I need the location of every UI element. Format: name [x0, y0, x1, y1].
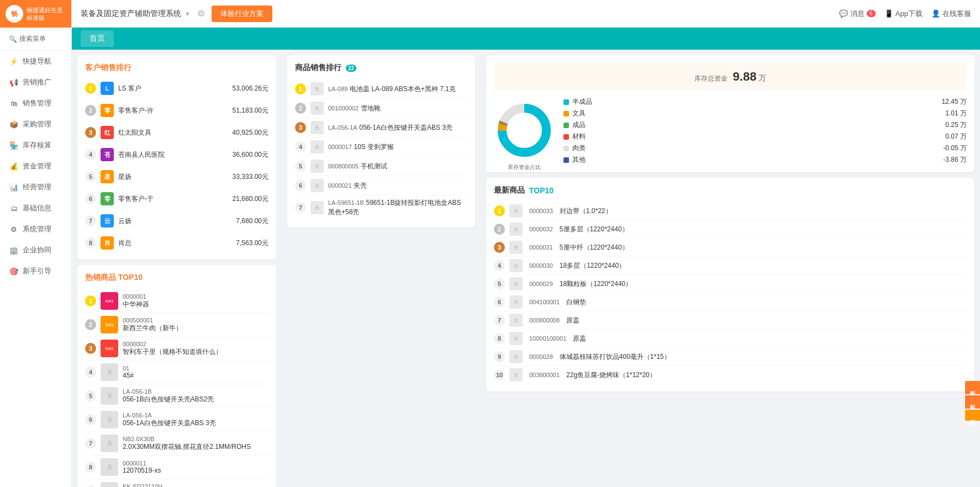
rank-name: LS 客户: [118, 84, 228, 93]
legend-item: 半成品 12.45 万: [563, 97, 967, 107]
page-tab-bar: 首页: [72, 28, 980, 50]
sales-product-image: 无: [310, 121, 324, 134]
new-product-name: 22g鱼豆腐-烧烤味（1*12*20）: [566, 370, 967, 380]
product-image: IMG: [101, 292, 118, 310]
legend-name: 肉类: [572, 144, 940, 153]
sales-rank-list: 1 无 LA-089 电池盖 LA-089 ABS本色+黑种 7.1克 2 无 …: [295, 80, 467, 220]
sales-product-code: 001000002: [328, 105, 359, 112]
rank-number: 1: [85, 83, 96, 94]
legend-name: 文具: [572, 109, 942, 118]
sales-rank-item: 4 无 0000017 10S 变刹罗猴: [295, 137, 467, 157]
hot-product-item: 6 无 LA-056-1A 056-1A白色按键开关盖ABS 3壳: [85, 408, 268, 432]
new-product-image: 无: [509, 368, 523, 382]
rank-amount: 51,183.00元: [233, 106, 268, 115]
new-product-image: 无: [509, 204, 523, 218]
rank-avatar: 星: [101, 170, 114, 183]
product-name: 中华神器: [123, 300, 268, 309]
new-product-item: 5 无 0000029 18颗粒板（1220*2440）: [494, 275, 967, 293]
sales-rank-number: 1: [295, 83, 306, 94]
service-icon: 👤: [931, 9, 940, 18]
sidebar-item-quick-nav[interactable]: ⚡快捷导航: [0, 51, 71, 72]
new-product-name: 18颗粒板（1220*2440）: [560, 279, 967, 289]
legend-value: 0.25 万: [945, 120, 967, 130]
nav-label: 经营管理: [23, 182, 51, 192]
sidebar-item-system[interactable]: ⚙系统管理: [0, 219, 71, 240]
new-product-name: 封边带（1.0*22）: [560, 207, 967, 216]
message-icon: 💬: [839, 9, 848, 18]
sidebar-item-sales[interactable]: 🛍销售管理: [0, 93, 71, 114]
tab-home[interactable]: 首页: [81, 30, 114, 47]
hot-rank-number: 4: [85, 367, 96, 378]
sidebar-item-purchase[interactable]: 📦采购管理: [0, 114, 71, 135]
settings-icon[interactable]: ⚙: [197, 8, 205, 19]
customer-service-btn[interactable]: 客服热线: [965, 381, 980, 394]
rank-item: 7 云 云扬 7,680.00元: [85, 212, 268, 230]
community-btn[interactable]: 服务社区: [965, 395, 980, 409]
rank-avatar: L: [101, 82, 114, 95]
sidebar-item-inventory[interactable]: 🏪库存核算: [0, 135, 71, 156]
new-product-image: 无: [509, 277, 523, 290]
nav-icon: 📢: [9, 78, 18, 87]
new-product-code: 0000033: [529, 208, 553, 214]
online-service-button[interactable]: 👤 在线客服: [931, 9, 971, 19]
new-products-list: 1 无 0000033 封边带（1.0*22） 2 无 0000032 5厘多层…: [494, 202, 967, 384]
product-name: 45#: [123, 372, 268, 379]
sidebar-item-guide[interactable]: 🎯新手引导: [0, 261, 71, 282]
new-products-card: 最新商品 TOP10 1 无 0000033 封边带（1.0*22） 2 无 0…: [486, 178, 974, 391]
sidebar-item-finance[interactable]: 💰资金管理: [0, 156, 71, 177]
product-name: 智利车子里（规格不知道填什么）: [123, 347, 268, 357]
legend-value: -0.05 万: [943, 144, 967, 153]
nav-icon: 🎯: [9, 267, 18, 276]
sales-product-name: 10S 变刹罗猴: [354, 143, 394, 151]
nav-label: 销售管理: [23, 98, 51, 108]
rank-item: 3 红 红太阳文具 40,925.00元: [85, 124, 268, 141]
rank-avatar: 云: [101, 214, 114, 227]
sidebar-item-company[interactable]: 🏢企业协同: [0, 240, 71, 261]
new-product-name: 原盖: [566, 316, 967, 325]
hot-rank-number: 3: [85, 343, 96, 354]
sales-product-image: 无: [310, 102, 324, 115]
sales-product-name: 电池盖 LA-089 ABS本色+黑种 7.1克: [350, 85, 456, 93]
new-product-image: 无: [509, 314, 523, 327]
new-rank-number: 7: [494, 315, 505, 326]
sidebar-search-area[interactable]: 🔍 搜索菜单: [0, 28, 71, 51]
customer-rank-list: 1 L LS 客户 53,006.26元 2 零 零售客户-许 51,183.0…: [85, 80, 268, 252]
sidebar-item-basics[interactable]: 🗂基础信息: [0, 198, 71, 219]
product-image: IMG: [101, 340, 118, 357]
sales-ranking-card: 商品销售排行 22 1 无 LA-089 电池盖 LA-089 ABS本色+黑种…: [287, 55, 475, 227]
new-rank-number: 8: [494, 333, 505, 344]
rank-name: 零售客户-于: [118, 194, 228, 204]
new-product-image: 无: [509, 259, 523, 272]
new-product-code: 0000031: [529, 244, 553, 251]
dropdown-arrow-icon[interactable]: ▼: [185, 10, 191, 17]
middle-panel: 商品销售排行 22 1 无 LA-089 电池盖 LA-089 ABS本色+黑种…: [282, 50, 481, 487]
nav-icon: ⚡: [9, 57, 18, 66]
new-product-item: 2 无 0000032 5厘多层（1220*2440）: [494, 220, 967, 239]
search-menu-button[interactable]: 🔍 搜索菜单: [6, 32, 66, 46]
product-image: 无: [101, 482, 118, 487]
legend-name: 半成品: [572, 97, 939, 107]
legend-color-dot: [563, 111, 569, 117]
sales-product-name: 手机测试: [361, 162, 387, 170]
product-code: 0000011: [123, 460, 268, 467]
message-button[interactable]: 💬 消息 6: [839, 9, 876, 19]
trial-button[interactable]: 体验行业方案: [212, 6, 272, 22]
new-rank-number: 2: [494, 224, 505, 235]
hot-products-card: 热销商品 TOP10 1 IMG 0000001 中华神器 2 IMG 0005…: [77, 265, 276, 487]
legend-color-dot: [563, 99, 569, 105]
product-info: LA-056-1B 056-1B白色按键开关壳ABS2壳: [123, 388, 268, 404]
product-image: 无: [101, 435, 118, 452]
app-download-button[interactable]: 📱 App下载: [884, 9, 923, 19]
new-rank-number: 1: [494, 205, 505, 216]
sidebar-item-marketing[interactable]: 📢营销推广: [0, 72, 71, 93]
sales-rank-number: 3: [295, 122, 306, 133]
sidebar-item-operation[interactable]: 📊经营管理: [0, 177, 71, 198]
rank-amount: 53,006.26元: [233, 84, 268, 93]
sales-rank-item: 5 无 000800005 手机测试: [295, 157, 467, 176]
rank-amount: 21,680.00元: [233, 194, 268, 204]
legend-color-dot: [563, 157, 569, 163]
sales-product-info: 001000002 雪地靴: [328, 104, 467, 113]
new-product-code: 10000100001: [529, 335, 566, 342]
chart-label: 库存资金占比: [508, 163, 541, 171]
live-btn[interactable]: 直播: [965, 410, 980, 421]
